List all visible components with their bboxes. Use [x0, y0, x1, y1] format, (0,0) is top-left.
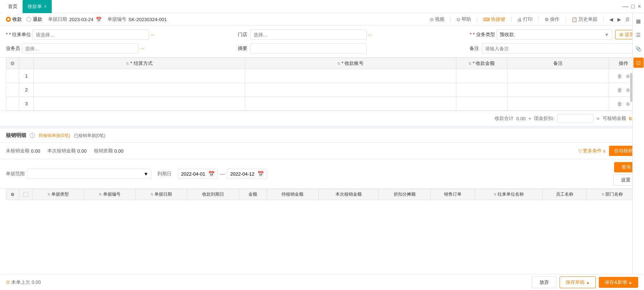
row1-delete-btn[interactable]: 🗑	[616, 72, 623, 80]
gear-col-header[interactable]: ⚙	[6, 58, 19, 69]
row1-settlement[interactable]	[34, 69, 245, 83]
plus-sign: +	[529, 116, 531, 121]
summary-group: 摘要	[238, 43, 463, 54]
row3-amount[interactable]	[456, 97, 507, 111]
discount-label: 现金折扣:	[534, 115, 554, 122]
select-all-checkbox[interactable]	[23, 192, 28, 197]
stats-row: 未核销金额 0.00 本次核销金额 0.00 核销差额 0.00 ▽ 更多条件 …	[0, 143, 644, 159]
verification-header: 核销明细 i 待核销单据(0笔) 已核销单据(0笔)	[0, 129, 644, 143]
bottom-info-icon: ⊙	[6, 279, 10, 285]
date-separator: —	[220, 171, 225, 177]
detail-table-container: ⚙ ⇅ 单据类型 ⇅ 单据编号 ⇅ 单据日期 收款到期日 金额 待核销金额 本次…	[0, 189, 644, 200]
radio-refund[interactable]: 退款	[26, 16, 42, 23]
staff-input[interactable]	[22, 43, 138, 54]
row2-remarks[interactable]	[507, 83, 609, 97]
sidebar-expand-icon[interactable]: ⊡	[633, 58, 644, 68]
row2-settlement[interactable]	[34, 83, 245, 97]
info-icon[interactable]: i	[30, 133, 35, 138]
bottom-bar: ⊙ 本单上欠 0.00 放弃 保存草稿 ▲ 保存&新增 ▲	[0, 274, 644, 290]
video-btn[interactable]: ⊙ 视频	[430, 16, 444, 23]
sidebar-attachment-icon[interactable]: 📎	[633, 44, 644, 54]
counterpart-input[interactable]	[32, 30, 149, 40]
remarks-col-header: 备注	[507, 58, 609, 69]
window-maximize-icon[interactable]: □	[631, 3, 635, 10]
row2-delete-btn[interactable]: 🗑	[616, 86, 623, 94]
counterpart-more-icon[interactable]: ···	[150, 32, 155, 38]
window-minimize-icon[interactable]: —	[623, 3, 628, 10]
summary-input[interactable]	[250, 43, 367, 54]
discount-input[interactable]	[557, 114, 594, 123]
more-conditions-btn[interactable]: ▽ 更多条件 ∧	[578, 148, 606, 154]
sort-icon2[interactable]: ⇅	[337, 62, 340, 66]
calendar-icon[interactable]: 📅	[96, 17, 102, 22]
detail-type-col: ⇅ 单据类型	[32, 189, 84, 200]
current-stat: 本次核销金额 0.00	[47, 148, 86, 154]
sort-icon[interactable]: ⇅	[126, 62, 129, 66]
sidebar-table-icon[interactable]: ▦	[633, 16, 644, 26]
summary-label: 摘要	[238, 45, 249, 52]
stats-right: ▽ 更多条件 ∧ 自动核销	[578, 146, 638, 156]
divider6	[603, 17, 604, 22]
draft-button[interactable]: 保存草稿 ▲	[559, 277, 596, 288]
row3-remarks[interactable]	[507, 97, 609, 111]
date-to-input[interactable]: 2022-04-12 📅	[227, 169, 267, 179]
row3-settlement[interactable]	[34, 97, 245, 111]
detail-staff-col: 员工名称	[542, 189, 586, 200]
collect-total-label: 收款合计	[495, 115, 514, 122]
tab-current[interactable]: 收款单 ×	[23, 0, 52, 13]
detail-table: ⚙ ⇅ 单据类型 ⇅ 单据编号 ⇅ 单据日期 收款到期日 金额 待核销金额 本次…	[6, 189, 638, 200]
detail-gear-col[interactable]: ⚙	[6, 189, 19, 200]
row3-delete-btn[interactable]: 🗑	[616, 100, 623, 107]
header-right-actions: ⊙ 视频 ⊙ 帮助 ⌨ 快捷键 🖨 打印 ⚙ 操作 📋 历史单据 ◀ ▶ ☰ ⊟	[430, 16, 638, 23]
row1-remarks[interactable]	[507, 69, 609, 83]
detail-amount-col: 金额	[239, 189, 267, 200]
right-sidebar: ▦ ☰ 📎 ⊡	[632, 13, 644, 274]
tab-close-icon[interactable]: ×	[44, 4, 47, 9]
radio-inactive-indicator	[26, 17, 31, 22]
range-select[interactable]: ▼	[27, 169, 152, 179]
filter-icon: ▽	[578, 148, 582, 154]
detail-dept-col: ⇅ 部门名称	[586, 189, 638, 200]
divider4	[538, 17, 539, 22]
sidebar-list-icon[interactable]: ☰	[633, 30, 644, 40]
window-close-icon[interactable]: ×	[638, 3, 641, 10]
help-btn[interactable]: ⊙ 帮助	[456, 16, 471, 23]
remarks-group: 备注	[470, 43, 638, 54]
diff-stat: 核销差额 0.00	[94, 148, 123, 154]
tab-home[interactable]: 首页	[3, 0, 23, 13]
row1-amount[interactable]	[456, 69, 507, 83]
pending-link[interactable]: 待核销单据(0笔)	[39, 133, 70, 139]
row1-account[interactable]	[245, 69, 456, 83]
radio-collect[interactable]: 收款	[6, 16, 22, 23]
section-divider	[0, 126, 644, 129]
history-btn[interactable]: 📋 历史单据	[572, 16, 597, 23]
staff-group: 业务员 ···	[6, 43, 231, 54]
range-label: 单据范围	[6, 171, 25, 177]
form-fields: * * 往来单位 ··· 门店 ··· * * 业务类型 预收款 ▼ ⚙	[0, 26, 644, 58]
row2-gear	[6, 83, 19, 97]
shortcut-btn[interactable]: ⌨ 快捷键	[483, 16, 505, 23]
nav-prev-icon[interactable]: ◀	[609, 17, 613, 22]
remarks-input[interactable]	[482, 43, 638, 54]
row2-amount[interactable]	[456, 83, 507, 97]
sort-icon3[interactable]: ⇅	[468, 62, 471, 66]
row3-account[interactable]	[245, 97, 456, 111]
range-dropdown-icon: ▼	[144, 171, 148, 177]
detail-current-col: 本次核销金额	[319, 189, 379, 200]
business-type-select[interactable]: 预收款 ▼	[496, 30, 612, 40]
save-button[interactable]: 保存&新增 ▲	[599, 277, 638, 288]
store-input[interactable]	[250, 30, 367, 40]
store-more-icon[interactable]: ···	[368, 32, 373, 38]
table-row: 3 🗑 ⊕	[6, 97, 638, 111]
discard-button[interactable]: 放弃	[532, 277, 557, 288]
operations-btn[interactable]: ⚙ 操作	[545, 16, 559, 23]
done-link[interactable]: 已核销单据(0笔)	[74, 133, 106, 139]
form-header: 收款 退款 单据日期 2023-03-24 📅 单据编号 SK-20230324…	[0, 13, 644, 26]
print-btn[interactable]: 🖨 打印	[517, 16, 533, 23]
layout-icon[interactable]: ☰	[625, 17, 630, 22]
date-from-input[interactable]: 2022-04-01 📅	[178, 169, 218, 179]
staff-more-icon[interactable]: ···	[140, 46, 144, 51]
row2-account[interactable]	[245, 83, 456, 97]
nav-next-icon[interactable]: ▶	[617, 17, 621, 22]
divider5	[565, 17, 566, 22]
